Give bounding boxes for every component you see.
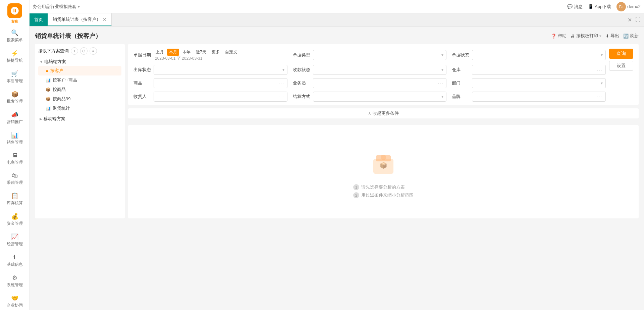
user-btn[interactable]: Ea demo2: [616, 2, 641, 11]
department-label: 部门: [452, 80, 469, 86]
scheme-group-label-mobile: 移动端方案: [44, 116, 65, 122]
system-icon: ⚙: [12, 274, 17, 281]
bill-status-input[interactable]: ▾: [472, 50, 606, 60]
sidebar-item-finance[interactable]: 💰 资金管理: [0, 209, 29, 230]
info-icon: ℹ: [13, 254, 16, 261]
department-dropdown-icon: ▾: [601, 81, 603, 86]
date-tabs: 上月 本月 本年 近7天 更多 自定义: [154, 49, 287, 56]
filters-area: 单据日期 上月 本月 本年 近7天 更多 自定义: [133, 49, 606, 102]
sidebar: 标账 🔍 搜索菜单 ⚡ 快捷导航 🛒 零售管理 📦 批发管理 📣 营销推广 📊 …: [0, 0, 30, 310]
warehouse-input[interactable]: ···: [472, 65, 606, 75]
user-label: demo2: [627, 4, 641, 9]
date-tab-this-year[interactable]: 本年: [180, 49, 193, 56]
scheme-item-return[interactable]: 📊 退货统计: [38, 104, 121, 113]
brand-input[interactable]: ···: [472, 92, 606, 102]
scheme-add-btn[interactable]: ＋: [71, 47, 78, 55]
chevron-up-icon: ∧: [368, 111, 371, 116]
window-close-icon[interactable]: ✕: [628, 17, 632, 23]
sidebar-item-operations[interactable]: 📈 经营管理: [0, 230, 29, 250]
scheme-item-goods99[interactable]: 📦 按商品99: [38, 94, 121, 104]
tab-home[interactable]: 首页: [30, 13, 48, 26]
date-tab-custom[interactable]: 自定义: [223, 49, 239, 56]
empty-state: 📦 1 请先选择要分析的方案 2 用过滤条件来缩小分析范围: [128, 125, 639, 218]
consignee-condition: 收货人 ···: [133, 92, 287, 102]
sidebar-item-inventory[interactable]: 📋 库存核算: [0, 189, 29, 209]
salesperson-input[interactable]: ···: [313, 78, 447, 88]
scheme-item-customer[interactable]: ● 按客户: [38, 66, 121, 75]
message-btn[interactable]: 💬 消息: [567, 4, 583, 10]
sidebar-item-retail[interactable]: 🛒 零售管理: [0, 67, 29, 87]
logo-text: 标账: [11, 19, 18, 24]
department-input[interactable]: ▾: [472, 78, 606, 88]
finance-icon: 💰: [11, 213, 18, 220]
collect-status-dropdown-icon: ▾: [441, 67, 443, 72]
sidebar-item-label: 销售管理: [7, 140, 23, 145]
date-range: 2023-03-01 至 2023-03-31: [155, 56, 287, 61]
tab-close-icon[interactable]: ✕: [103, 17, 107, 22]
refresh-label: 刷新: [630, 33, 639, 39]
sidebar-item-search[interactable]: 🔍 搜索菜单: [0, 26, 29, 46]
scheme-group-header-desktop[interactable]: ▼ 电脑端方案: [38, 57, 121, 66]
settle-label: 结算方式: [293, 94, 310, 100]
refresh-btn[interactable]: 🔄 刷新: [623, 33, 639, 39]
sidebar-item-marketing[interactable]: 📣 营销推广: [0, 108, 29, 128]
sidebar-item-sales[interactable]: 📊 销售管理: [0, 128, 29, 149]
nav-icon: ⚡: [11, 50, 18, 57]
app-download-label: App下载: [595, 4, 611, 10]
sidebar-item-label: 搜索菜单: [7, 37, 23, 43]
print-dropdown-icon[interactable]: ▾: [599, 34, 601, 38]
bill-type-input[interactable]: ▾: [313, 50, 447, 60]
query-button[interactable]: 查询: [609, 49, 633, 59]
brand-label: 品牌: [452, 94, 469, 100]
app-download-btn[interactable]: 📱 App下载: [588, 4, 611, 10]
warehouse-more-icon: ···: [597, 67, 603, 72]
sidebar-item-nav[interactable]: ⚡ 快捷导航: [0, 46, 29, 67]
scheme-group-header-mobile[interactable]: ▶ 移动端方案: [38, 114, 121, 123]
salesperson-condition: 业务员 ···: [293, 78, 447, 88]
scheme-panel: 按以下方案查询 ＋ ⊙ « ▼ 电脑端方案 ● 按客户: [35, 44, 125, 218]
page-title: 销货单统计表（按客户）: [35, 32, 101, 40]
date-tab-last-month[interactable]: 上月: [154, 49, 166, 56]
sidebar-item-wholesale[interactable]: 📦 批发管理: [0, 87, 29, 108]
window-maximize-icon[interactable]: ⛶: [635, 17, 641, 23]
date-tab-more[interactable]: 更多: [210, 49, 222, 56]
filter-and-btn: 单据日期 上月 本月 本年 近7天 更多 自定义: [133, 49, 633, 102]
brand-more-icon: ···: [597, 94, 603, 99]
settle-input[interactable]: ▾: [313, 92, 447, 102]
avatar: Ea: [616, 2, 626, 11]
sidebar-item-ecom[interactable]: 🖥 电商管理: [0, 149, 29, 169]
out-status-input[interactable]: ▾: [154, 65, 287, 75]
collect-status-input[interactable]: ▾: [313, 65, 447, 75]
scheme-item-goods[interactable]: 📦 按商品: [38, 85, 121, 94]
date-tab-7days[interactable]: 近7天: [194, 49, 208, 56]
scheme-settings-btn[interactable]: ⊙: [80, 47, 88, 55]
scheme-collapse-btn[interactable]: «: [90, 47, 97, 55]
scheme-item-customer-goods[interactable]: 📊 按客户+商品: [38, 75, 121, 85]
date-tab-this-month[interactable]: 本月: [167, 49, 179, 56]
goods-input[interactable]: ···: [154, 78, 287, 88]
sidebar-item-purchase[interactable]: 🛍 采购管理: [0, 169, 29, 189]
sidebar-item-system[interactable]: ⚙ 系统管理: [0, 271, 29, 291]
sidebar-item-info[interactable]: ℹ 基础信息: [0, 250, 29, 271]
tab-report[interactable]: 销货单统计表（按客户） ✕: [48, 13, 112, 26]
empty-tip-1: 1 请先选择要分析的方案: [353, 184, 414, 190]
help-btn[interactable]: ❓ 帮助: [551, 33, 567, 39]
help-label: 帮助: [558, 33, 567, 39]
brand-condition: 品牌 ···: [452, 92, 606, 102]
department-condition: 部门 ▾: [452, 78, 606, 88]
collapse-bar[interactable]: ∧ 收起更多条件: [128, 108, 639, 118]
print-btn[interactable]: 🖨 按模板打印 ▾: [571, 33, 601, 39]
filter-row-1: 单据日期 上月 本月 本年 近7天 更多 自定义: [133, 49, 606, 61]
purchase-icon: 🛍: [12, 172, 18, 179]
company-dropdown-icon[interactable]: ▾: [78, 4, 80, 9]
sidebar-item-corp[interactable]: 🤝 企业协同: [0, 291, 29, 310]
scheme-item-label: 按商品: [53, 87, 66, 93]
sidebar-item-label: 企业协同: [7, 303, 23, 308]
sidebar-nav: 🔍 搜索菜单 ⚡ 快捷导航 🛒 零售管理 📦 批发管理 📣 营销推广 📊 销售管…: [0, 26, 29, 310]
settings-button[interactable]: 设置: [609, 61, 633, 71]
message-icon: 💬: [567, 4, 573, 9]
consignee-more-icon: ···: [278, 94, 284, 99]
export-btn[interactable]: ⬇ 导出: [605, 33, 619, 39]
consignee-input[interactable]: ···: [154, 92, 287, 102]
top-bar: 办公用品行业模拟账套 ▾ 💬 消息 📱 App下载 Ea demo2: [30, 0, 644, 13]
